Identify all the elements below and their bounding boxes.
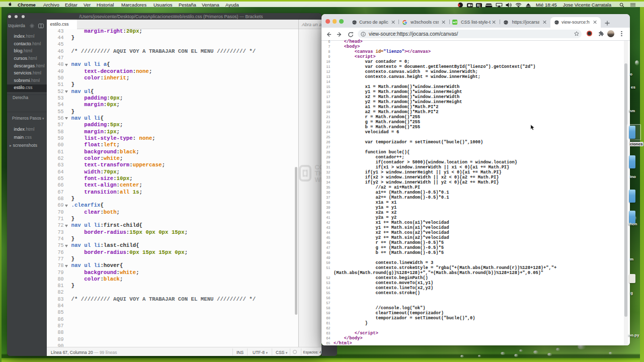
svg-text:B|: B|	[477, 4, 480, 8]
